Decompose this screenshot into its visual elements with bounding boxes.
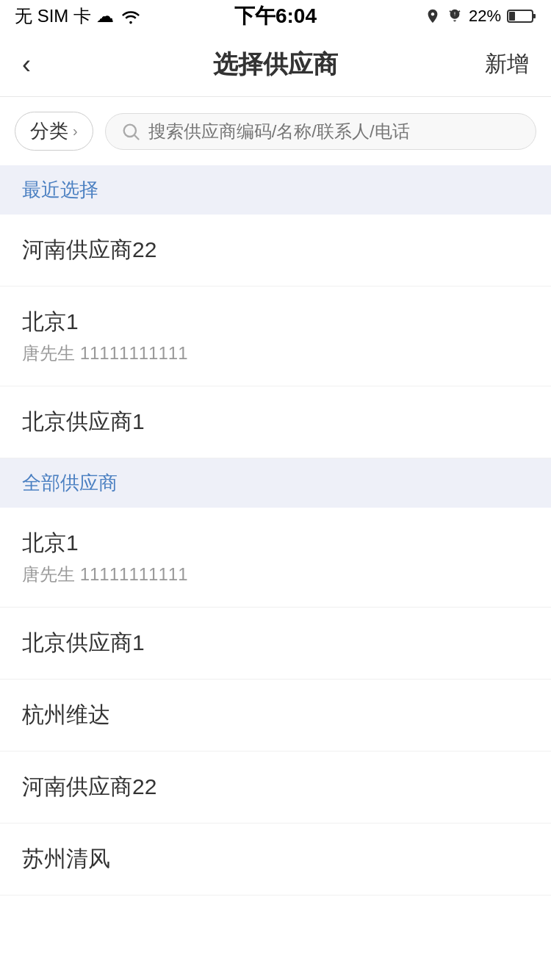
item-name: 河南供应商22: [22, 772, 529, 802]
svg-line-4: [134, 135, 138, 139]
sim-label: 无 SIM 卡 ☁: [15, 4, 114, 28]
svg-rect-1: [533, 14, 536, 18]
status-bar: 无 SIM 卡 ☁ 下午6:04 22%: [0, 0, 551, 32]
page-title: 选择供应商: [213, 48, 338, 82]
add-button[interactable]: 新增: [485, 49, 529, 79]
list-item[interactable]: 北京供应商1: [0, 386, 551, 458]
recent-section-label: 最近选择: [22, 179, 98, 201]
status-right: 22%: [425, 7, 536, 26]
status-left: 无 SIM 卡 ☁: [15, 4, 142, 28]
list-item[interactable]: 杭州维达: [0, 680, 551, 752]
svg-rect-2: [509, 12, 515, 21]
recent-section-header: 最近选择: [0, 165, 551, 215]
item-name: 北京1: [22, 528, 529, 558]
list-item[interactable]: 河南供应商22: [0, 752, 551, 824]
chevron-right-icon: ›: [73, 123, 78, 140]
all-section-header: 全部供应商: [0, 458, 551, 508]
alarm-icon: [447, 8, 463, 24]
location-icon: [425, 8, 441, 24]
all-items-list: 北京1唐先生 11111111111北京供应商1杭州维达河南供应商22苏州清风: [0, 508, 551, 896]
battery-icon: [507, 8, 536, 24]
list-item[interactable]: 北京1唐先生 11111111111: [0, 508, 551, 608]
item-name: 北京1: [22, 307, 529, 337]
item-name: 北京供应商1: [22, 628, 529, 658]
filter-bar: 分类 ›: [0, 97, 551, 165]
list-item[interactable]: 北京供应商1: [0, 608, 551, 680]
item-name: 杭州维达: [22, 700, 529, 730]
category-label: 分类: [30, 118, 68, 144]
recent-items-list: 河南供应商22北京1唐先生 11111111111北京供应商1: [0, 215, 551, 458]
item-name: 北京供应商1: [22, 407, 529, 437]
item-name: 苏州清风: [22, 844, 529, 874]
search-icon: [120, 121, 141, 142]
wifi-icon: [120, 8, 142, 24]
list-item[interactable]: 河南供应商22: [0, 215, 551, 287]
list-item[interactable]: 苏州清风: [0, 824, 551, 896]
all-section-label: 全部供应商: [22, 472, 118, 494]
list-item[interactable]: 北京1唐先生 11111111111: [0, 287, 551, 386]
search-input[interactable]: [148, 121, 521, 142]
back-button[interactable]: ‹: [22, 49, 66, 80]
search-box[interactable]: [105, 113, 536, 150]
item-sub: 唐先生 11111111111: [22, 342, 529, 365]
status-time: 下午6:04: [234, 2, 317, 30]
item-name: 河南供应商22: [22, 235, 529, 265]
category-filter-button[interactable]: 分类 ›: [15, 112, 93, 151]
item-sub: 唐先生 11111111111: [22, 563, 529, 586]
battery-label: 22%: [469, 7, 501, 26]
nav-bar: ‹ 选择供应商 新增: [0, 32, 551, 97]
